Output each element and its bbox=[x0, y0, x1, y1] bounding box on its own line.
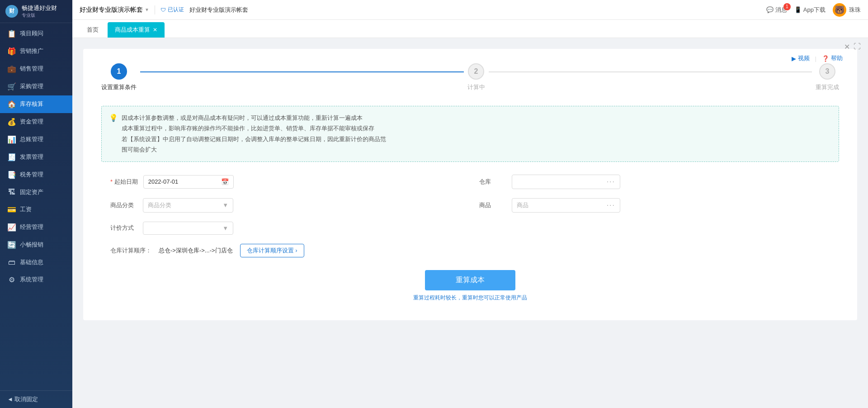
operations-icon: 📈 bbox=[7, 223, 16, 232]
main-card: 1 设置重算条件 2 计算中 3 重算完成 bbox=[83, 49, 857, 320]
message-icon: 💬 bbox=[766, 6, 774, 13]
product-label: 商品 bbox=[479, 201, 506, 209]
sales-icon: 💼 bbox=[7, 65, 16, 73]
sidebar-item-basic[interactable]: 🗃 基础信息 bbox=[0, 254, 72, 271]
video-link[interactable]: ▶ 视频 bbox=[792, 54, 810, 62]
category-label: 商品分类 bbox=[110, 201, 137, 209]
sidebar-item-system[interactable]: ⚙ 系统管理 bbox=[0, 271, 72, 289]
app-download-button[interactable]: 📱 App下载 bbox=[794, 6, 826, 14]
form-row-2: 商品分类 商品分类 ▼ 商品 商品 ··· bbox=[110, 198, 830, 213]
product-field: 商品 商品 ··· bbox=[479, 198, 830, 213]
page-content: ✕ ⛶ ▶ 视频 | ❓ 帮助 1 设置重算条件 bbox=[72, 38, 868, 408]
recalc-button[interactable]: 重算成本 bbox=[425, 270, 515, 290]
calendar-icon: 📅 bbox=[221, 178, 229, 185]
sidebar-item-accounting[interactable]: 📊 总账管理 bbox=[0, 131, 72, 148]
product-picker-icon: ··· bbox=[607, 201, 615, 209]
form-row-1: 起始日期 2022-07-01 📅 仓库 ··· bbox=[110, 175, 830, 189]
phone-icon: 📱 bbox=[794, 6, 802, 13]
tab-close-button[interactable]: ✕ bbox=[153, 27, 157, 33]
sidebar-item-marketing[interactable]: 🎁 营销推广 bbox=[0, 43, 72, 60]
salary-icon: 💳 bbox=[7, 205, 16, 214]
avatar: 🐻 bbox=[833, 3, 846, 17]
help-link[interactable]: ❓ 帮助 bbox=[822, 54, 843, 62]
product-input[interactable]: 商品 ··· bbox=[512, 198, 620, 213]
pricing-label: 计价方式 bbox=[110, 224, 137, 232]
close-window-button[interactable]: ✕ bbox=[844, 43, 850, 51]
basic-icon: 🗃 bbox=[7, 258, 16, 266]
notice-box: 💡 因成本计算参数调整，或是对商品成本有疑问时，可以通过成本重算功能，重新计算一… bbox=[101, 106, 839, 162]
fixed-assets-icon: 🏗 bbox=[7, 188, 16, 196]
category-field: 商品分类 商品分类 ▼ bbox=[110, 198, 461, 213]
category-select[interactable]: 商品分类 ▼ bbox=[143, 198, 233, 213]
system-icon: ⚙ bbox=[7, 275, 16, 284]
finance-icon: 💰 bbox=[7, 118, 16, 126]
shield-icon: 🛡 bbox=[160, 7, 166, 13]
warehouse-label: 仓库 bbox=[479, 178, 506, 186]
warehouse-order-label: 仓库计算顺序： bbox=[110, 247, 151, 255]
question-icon: ❓ bbox=[822, 55, 829, 62]
form-section: 起始日期 2022-07-01 📅 仓库 ··· bbox=[101, 175, 839, 302]
tab-home[interactable]: 首页 bbox=[80, 22, 106, 38]
inventory-icon: 🏠 bbox=[7, 100, 16, 109]
tab-recalc[interactable]: 商品成本重算 ✕ bbox=[108, 22, 165, 38]
sidebar-item-operations[interactable]: 📈 经营管理 bbox=[0, 218, 72, 236]
sidebar-item-project[interactable]: 📋 项目顾问 bbox=[0, 25, 72, 43]
sidebar-item-fixed-assets[interactable]: 🏗 固定资产 bbox=[0, 184, 72, 201]
help-links: ▶ 视频 | ❓ 帮助 bbox=[792, 54, 843, 62]
start-date-input[interactable]: 2022-07-01 📅 bbox=[143, 175, 234, 189]
sidebar: 财 畅捷通好业财 专业版 📋 项目顾问 🎁 营销推广 💼 销售管理 🛒 采购管理… bbox=[0, 0, 72, 408]
warehouse-order-row: 仓库计算顺序： 总仓->深圳仓库->...->门店仓 仓库计算顺序设置 › bbox=[110, 244, 830, 257]
user-menu[interactable]: 🐻 珠珠 bbox=[833, 3, 861, 17]
pricing-dropdown-arrow: ▼ bbox=[222, 225, 228, 232]
window-controls: ✕ ⛶ bbox=[844, 43, 861, 51]
pricing-select[interactable]: ▼ bbox=[143, 222, 233, 235]
step-2-label: 计算中 bbox=[467, 83, 485, 91]
message-badge: 1 bbox=[783, 3, 791, 10]
recalc-hint: 重算过程耗时较长，重算时您可以正常使用产品 bbox=[413, 294, 527, 302]
warehouse-field: 仓库 ··· bbox=[479, 175, 830, 189]
topbar: 好业财专业版演示帐套 ▼ 🛡 已认证 好业财专业版演示帐套 💬 消息 1 📱 A… bbox=[72, 0, 868, 20]
account-dropdown-arrow: ▼ bbox=[145, 7, 149, 12]
step-3-label: 重算完成 bbox=[816, 83, 839, 91]
sidebar-logo: 财 畅捷通好业财 专业版 bbox=[0, 0, 72, 23]
lightbulb-icon: 💡 bbox=[109, 114, 118, 155]
sidebar-item-tax[interactable]: 📑 税务管理 bbox=[0, 166, 72, 184]
purchase-icon: 🛒 bbox=[7, 82, 16, 91]
expand-window-button[interactable]: ⛶ bbox=[854, 43, 861, 51]
main-content: 好业财专业版演示帐套 ▼ 🛡 已认证 好业财专业版演示帐套 💬 消息 1 📱 A… bbox=[72, 0, 868, 408]
sidebar-item-salary[interactable]: 💳 工资 bbox=[0, 201, 72, 218]
step-3: 3 重算完成 bbox=[816, 63, 839, 91]
sidebar-nav: 📋 项目顾问 🎁 营销推广 💼 销售管理 🛒 采购管理 🏠 库存核算 💰 资金管… bbox=[0, 23, 72, 390]
sidebar-item-finance[interactable]: 💰 资金管理 bbox=[0, 113, 72, 131]
topbar-actions: 💬 消息 1 📱 App下载 🐻 珠珠 bbox=[766, 3, 861, 17]
sidebar-unpin-button[interactable]: ◄ 取消固定 bbox=[0, 390, 72, 408]
invoice-icon: 🧾 bbox=[7, 153, 16, 161]
app-name-text: 畅捷通好业财 专业版 bbox=[22, 5, 57, 18]
company-name: 好业财专业版演示帐套 bbox=[189, 6, 248, 14]
warehouse-order-settings-button[interactable]: 仓库计算顺序设置 › bbox=[240, 244, 304, 257]
accounting-icon: 📊 bbox=[7, 135, 16, 144]
messages-button[interactable]: 💬 消息 1 bbox=[766, 6, 787, 14]
step-1-circle: 1 bbox=[111, 63, 127, 80]
sidebar-item-expense[interactable]: 🔄 小畅报销 bbox=[0, 236, 72, 254]
account-selector[interactable]: 好业财专业版演示帐套 ▼ bbox=[80, 6, 149, 14]
step-line-1 bbox=[140, 71, 464, 72]
verified-badge: 🛡 已认证 bbox=[160, 6, 184, 14]
start-date-field: 起始日期 2022-07-01 📅 bbox=[110, 175, 461, 189]
warehouse-picker-icon: ··· bbox=[607, 178, 615, 186]
category-dropdown-arrow: ▼ bbox=[222, 202, 228, 209]
sidebar-item-sales[interactable]: 💼 销售管理 bbox=[0, 60, 72, 78]
warehouse-order-value: 总仓->深圳仓库->...->门店仓 bbox=[159, 247, 233, 255]
help-divider: | bbox=[815, 55, 816, 62]
sidebar-item-inventory[interactable]: 🏠 库存核算 bbox=[0, 95, 72, 113]
sidebar-item-invoice[interactable]: 🧾 发票管理 bbox=[0, 148, 72, 166]
step-1: 1 设置重算条件 bbox=[101, 63, 137, 91]
sidebar-item-purchase[interactable]: 🛒 采购管理 bbox=[0, 78, 72, 95]
step-2: 2 计算中 bbox=[467, 63, 485, 91]
notice-content: 因成本计算参数调整，或是对商品成本有疑问时，可以通过成本重算功能，重新计算一遍成… bbox=[122, 113, 386, 155]
warehouse-input[interactable]: ··· bbox=[512, 175, 620, 189]
tabs-bar: 首页 商品成本重算 ✕ bbox=[72, 20, 868, 38]
step-line-2 bbox=[489, 71, 812, 72]
project-icon: 📋 bbox=[7, 29, 16, 38]
play-icon: ▶ bbox=[792, 55, 796, 62]
